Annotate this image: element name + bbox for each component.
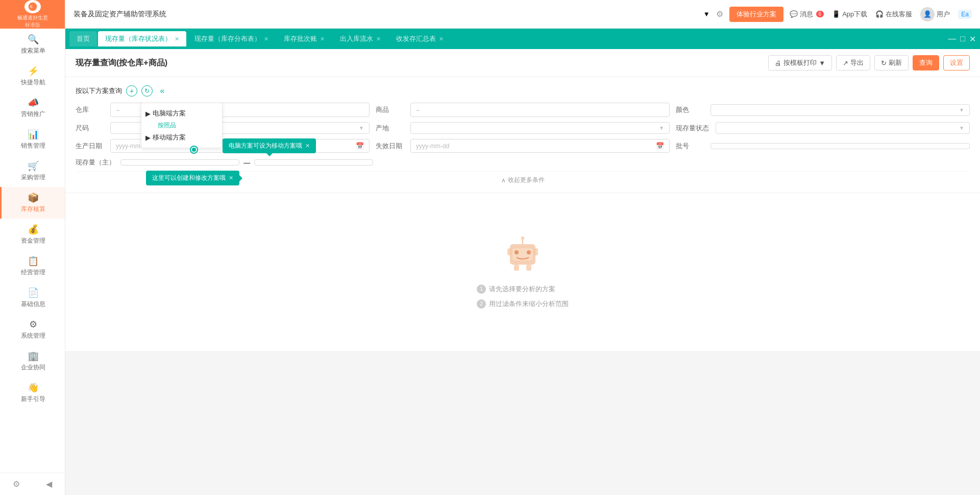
warehouse-more-icon: ··· [116, 106, 119, 114]
empty-state: 1 请先选择要分析的方案 2 用过滤条件来缩小分析范围 [65, 193, 980, 351]
tab-in-out[interactable]: 出入库流水 ✕ [333, 31, 388, 46]
expand-icon: ▶ [145, 110, 151, 117]
tab-close-icon-5[interactable]: ✕ [439, 36, 444, 42]
tab-close-icon[interactable]: ✕ [175, 36, 179, 42]
scheme-desktop[interactable]: ▶ 电脑端方案 [145, 107, 218, 120]
sidebar-item-finance[interactable]: 💰 资金管理 [0, 219, 65, 250]
expire-date-placeholder: yyyy-mm-dd [416, 143, 652, 150]
sidebar-item-purchase[interactable]: 🛒 采购管理 [0, 155, 65, 187]
size-field: 尺码 ▼ [76, 122, 370, 134]
user-avatar: 👤 [920, 7, 935, 21]
tooltip-scheme: 电脑方案可设为移动方案哦 ✕ [223, 138, 316, 153]
export-icon: ↗ [843, 59, 848, 67]
print-icon: 🖨 [775, 59, 781, 67]
settings-icon[interactable]: ⚙ [716, 9, 723, 19]
title-chevron: ▼ [703, 10, 710, 18]
tab-recv-summary[interactable]: 收发存汇总表 ✕ [389, 31, 451, 46]
settings-filter-button[interactable]: 设置 [943, 55, 970, 70]
sidebar-item-newbie[interactable]: 👋 新手引导 [0, 377, 65, 409]
refresh-button[interactable]: ↻ 刷新 [874, 55, 909, 70]
tab-bar: 首页 现存量（库存状况表） ✕ 现存量（库存分布表） ✕ 库存批次账 ✕ 出入库… [65, 29, 980, 49]
sidebar-item-operation[interactable]: 📋 经营管理 [0, 250, 65, 282]
sidebar-item-label: 经营管理 [21, 268, 45, 277]
sidebar-item-system[interactable]: ⚙ 系统管理 [0, 314, 65, 345]
tab-batch-ledger[interactable]: 库存批次账 ✕ [277, 31, 332, 46]
refresh-icon: ↻ [881, 59, 887, 67]
color-field: 颜色 ▼ [676, 103, 970, 117]
stock-status-dropdown-icon: ▼ [959, 125, 964, 131]
tooltip-close-2[interactable]: ✕ [229, 175, 233, 181]
print-button[interactable]: 🖨 按模板打印 ▼ [768, 55, 832, 70]
sidebar-item-guide[interactable]: ⚡ 快捷导航 [0, 60, 65, 92]
sidebar: 6 畅通道好生意 标准版 🔍 搜索菜单 ⚡ 快捷导航 📣 营销推广 📊 销售管理… [0, 0, 65, 495]
sidebar-item-marketing[interactable]: 📣 营销推广 [0, 92, 65, 124]
sales-icon: 📊 [28, 129, 39, 140]
tab-minimize-icon[interactable]: — [948, 34, 956, 43]
tab-close-icon-2[interactable]: ✕ [264, 36, 268, 42]
content-actions: 🖨 按模板打印 ▼ ↗ 导出 ↻ 刷新 查询 设置 [768, 55, 970, 77]
collapse-label: 收起更多条件 [508, 176, 545, 184]
batch-no-input[interactable] [710, 143, 970, 149]
sidebar-item-enterprise[interactable]: 🏢 企业协同 [0, 345, 65, 377]
sidebar-item-sales[interactable]: 📊 销售管理 [0, 124, 65, 155]
empty-step-2: 用过滤条件来缩小分析范围 [489, 298, 569, 310]
tab-home[interactable]: 首页 [69, 31, 97, 46]
content-header: 现存量查询(按仓库+商品) 🖨 按模板打印 ▼ ↗ 导出 ↻ 刷新 查询 [65, 49, 980, 77]
goods-input[interactable]: ··· [410, 103, 670, 117]
header-actions: 💬 消息 6 📱 App下载 🎧 在线客服 👤 用户 Ea [790, 7, 972, 21]
tab-close-icon-4[interactable]: ✕ [376, 36, 381, 42]
search-icon: 🔍 [28, 34, 39, 45]
stock-qty-max-input[interactable] [254, 159, 373, 166]
stock-qty-field: 现存量（主） — [76, 158, 373, 167]
sidebar-item-label: 快捷导航 [21, 78, 45, 87]
scheme-mobile[interactable]: ▶ 移动端方案 [145, 131, 218, 144]
query-label: 查询 [919, 58, 933, 67]
export-button[interactable]: ↗ 导出 [836, 55, 870, 70]
collapse-sidebar-icon[interactable]: ◀ [46, 479, 52, 489]
sidebar-item-label: 营销推广 [21, 110, 45, 119]
query-button[interactable]: 查询 [913, 55, 939, 70]
collapse-button[interactable]: ∧ 收起更多条件 [501, 176, 545, 184]
base-icon: 📄 [28, 287, 39, 298]
expire-date-label: 失效日期 [376, 142, 406, 151]
filter-add-button[interactable]: + [126, 85, 137, 97]
filter-refresh-button[interactable]: ↻ [141, 85, 153, 97]
sidebar-item-label: 搜索菜单 [21, 46, 45, 55]
sidebar-item-base[interactable]: 📄 基础信息 [0, 282, 65, 314]
stock-status-input[interactable]: ▼ [716, 122, 970, 134]
filter-back-button[interactable]: « [157, 85, 168, 97]
batch-no-label: 批号 [676, 142, 706, 151]
sidebar-item-label: 系统管理 [21, 332, 45, 340]
system-title: 装备及固定资产辅助管理系统 [74, 10, 697, 19]
tab-maximize-icon[interactable]: □ [960, 34, 965, 43]
expire-date-input[interactable]: yyyy-mm-dd 📅 [410, 139, 670, 153]
settings-bottom-icon[interactable]: ⚙ [13, 479, 20, 489]
tab-close-all-icon[interactable]: ✕ [969, 34, 976, 44]
filter-header: 按以下方案查询 + ↻ « ▶ 电脑端方案 按照品 ▶ 移 [76, 85, 970, 97]
tab-inventory-dist[interactable]: 现存量（库存分布表） ✕ [187, 31, 276, 46]
tooltip-close-1[interactable]: ✕ [305, 143, 310, 149]
trial-button[interactable]: 体验行业方案 [729, 7, 783, 22]
stock-qty-min-input[interactable] [120, 159, 239, 166]
user-action[interactable]: 👤 用户 [920, 7, 950, 21]
scheme-mobile-label: 移动端方案 [153, 133, 186, 142]
operation-icon: 📋 [28, 255, 39, 267]
tab-close-icon-3[interactable]: ✕ [320, 36, 325, 42]
expand-icon-2: ▶ [145, 134, 151, 142]
tab-inventory-status[interactable]: 现存量（库存状况表） ✕ [98, 31, 186, 46]
step-2-badge: 2 [477, 299, 486, 309]
expire-calendar-icon: 📅 [656, 142, 664, 150]
origin-input[interactable]: ▼ [410, 122, 670, 134]
app-download-action[interactable]: 📱 App下载 [832, 10, 867, 19]
size-label: 尺码 [76, 124, 106, 133]
sidebar-item-inventory[interactable]: 📦 库存核算 [0, 187, 65, 219]
online-service-action[interactable]: 🎧 在线客服 [875, 10, 912, 19]
message-action[interactable]: 💬 消息 6 [790, 10, 824, 19]
scheme-sub-item[interactable]: 按照品 [145, 120, 218, 131]
user-label: 用户 [937, 10, 950, 19]
color-input[interactable]: ▼ [710, 104, 970, 116]
marketing-icon: 📣 [28, 97, 39, 108]
refresh-label: 刷新 [889, 58, 902, 67]
color-dropdown-icon: ▼ [959, 107, 964, 113]
sidebar-item-search[interactable]: 🔍 搜索菜单 [0, 29, 65, 60]
